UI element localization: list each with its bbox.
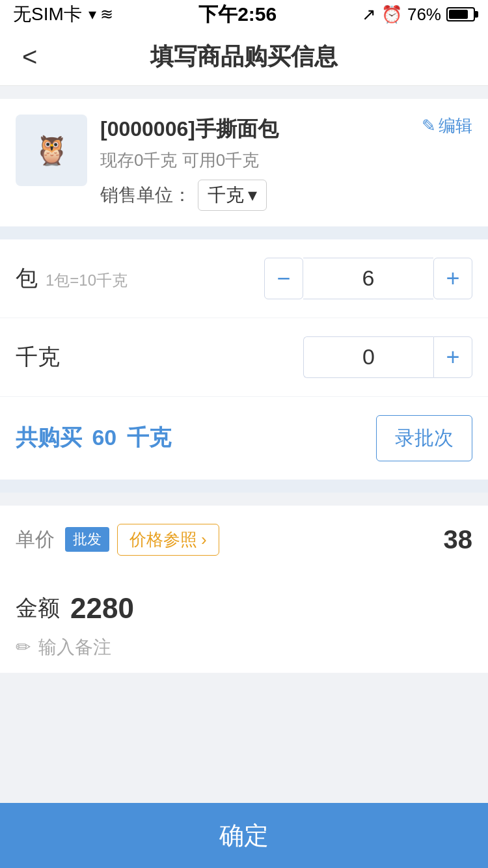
price-ref-arrow: › bbox=[201, 530, 207, 550]
product-unit-row: 销售单位： 千克 ▾ bbox=[100, 180, 409, 211]
nav-bar: < 填写商品购买信息 bbox=[0, 29, 488, 86]
status-right: ↗ ⏰ 76% bbox=[362, 5, 475, 25]
kg-stepper: + bbox=[303, 336, 472, 378]
edit-icon: ✎ bbox=[422, 116, 436, 136]
amount-value: 2280 bbox=[70, 592, 134, 625]
unit-label: 销售单位： bbox=[100, 183, 191, 208]
product-stock: 现存0千克 可用0千克 bbox=[100, 149, 409, 172]
price-value: 38 bbox=[444, 525, 473, 554]
remark-row[interactable]: ✏ 输入备注 bbox=[16, 635, 472, 660]
confirm-button[interactable]: 确定 bbox=[219, 819, 269, 852]
product-name: [0000006]手撕面包 bbox=[100, 115, 409, 144]
divider-2 bbox=[0, 480, 488, 493]
package-sub-label: 1包=10千克 bbox=[46, 270, 128, 291]
package-decrease-button[interactable]: − bbox=[264, 258, 303, 299]
battery-icon bbox=[446, 7, 475, 21]
package-input[interactable] bbox=[303, 258, 433, 299]
battery-percent: 76% bbox=[407, 5, 441, 25]
total-text: 共购买 60 千克 bbox=[16, 423, 171, 453]
pencil-icon: ✏ bbox=[16, 636, 31, 658]
amount-row: 金额 2280 bbox=[16, 592, 472, 625]
price-ref-label: 价格参照 bbox=[129, 528, 197, 551]
price-reference-button[interactable]: 价格参照 › bbox=[117, 524, 219, 556]
product-thumb-icon: 🦉 bbox=[34, 133, 70, 167]
product-thumbnail: 🦉 bbox=[16, 115, 87, 186]
price-section: 单价 批发 价格参照 › 38 bbox=[0, 506, 488, 574]
batch-button[interactable]: 录批次 bbox=[376, 415, 472, 461]
status-bar: 无SIM卡 ▾ ≋ 下午2:56 ↗ ⏰ 76% bbox=[0, 0, 488, 29]
wifi-icon: ▾ ≋ bbox=[88, 5, 114, 23]
batch-tag: 批发 bbox=[65, 527, 109, 552]
kg-input[interactable] bbox=[303, 336, 433, 378]
status-time: 下午2:56 bbox=[198, 1, 277, 28]
total-quantity: 60 bbox=[92, 425, 116, 450]
divider-1 bbox=[0, 226, 488, 239]
amount-label: 金额 bbox=[16, 593, 60, 623]
unit-value: 千克 bbox=[208, 183, 244, 208]
kg-increase-button[interactable]: + bbox=[433, 336, 472, 378]
package-label: 包 bbox=[16, 264, 38, 293]
kg-label-group: 千克 bbox=[16, 342, 303, 372]
chevron-down-icon: ▾ bbox=[248, 184, 257, 206]
product-info: [0000006]手撕面包 现存0千克 可用0千克 销售单位： 千克 ▾ bbox=[100, 115, 409, 211]
confirm-bar[interactable]: 确定 bbox=[0, 803, 488, 868]
amount-section: 金额 2280 ✏ 输入备注 bbox=[0, 574, 488, 673]
kg-label: 千克 bbox=[16, 342, 60, 372]
package-input-row: 包 1包=10千克 − + bbox=[0, 239, 488, 318]
location-icon: ↗ bbox=[362, 5, 376, 25]
carrier-label: 无SIM卡 bbox=[13, 2, 82, 27]
status-left: 无SIM卡 ▾ ≋ bbox=[13, 2, 113, 27]
total-row: 共购买 60 千克 录批次 bbox=[0, 397, 488, 480]
edit-label: 编辑 bbox=[439, 115, 472, 137]
edit-button[interactable]: ✎ 编辑 bbox=[422, 115, 472, 137]
package-increase-button[interactable]: + bbox=[433, 258, 472, 299]
product-card: 🦉 [0000006]手撕面包 现存0千克 可用0千克 销售单位： 千克 ▾ ✎… bbox=[0, 99, 488, 226]
alarm-icon: ⏰ bbox=[381, 5, 402, 25]
package-label-group: 包 1包=10千克 bbox=[16, 264, 264, 293]
input-section: 包 1包=10千克 − + 千克 + bbox=[0, 239, 488, 397]
remark-label: 输入备注 bbox=[38, 635, 111, 660]
page-title: 填写商品购买信息 bbox=[150, 41, 338, 73]
kg-input-row: 千克 + bbox=[0, 318, 488, 397]
back-button[interactable]: < bbox=[16, 36, 44, 78]
price-label: 单价 bbox=[16, 526, 55, 553]
unit-select[interactable]: 千克 ▾ bbox=[198, 180, 267, 211]
package-stepper: − + bbox=[264, 258, 472, 299]
